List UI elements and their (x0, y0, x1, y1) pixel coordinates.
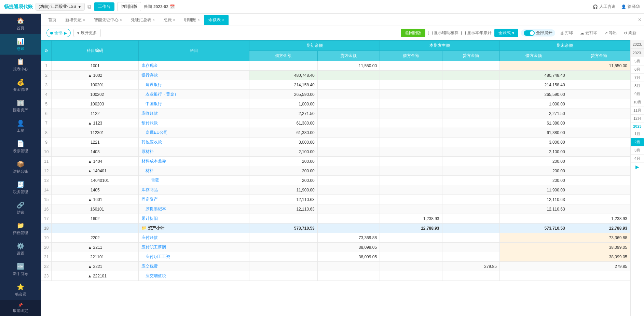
sidebar-item-tax[interactable]: 🧾 税务管理 (0, 177, 41, 198)
account-name[interactable]: 建设银行 (139, 80, 249, 90)
month-11[interactable]: 11月 (631, 106, 644, 115)
tab-smart-voucher[interactable]: 智能凭证中心 × (90, 15, 126, 25)
account-code: 1001 (52, 61, 139, 71)
month-9[interactable]: 9月 (631, 90, 644, 98)
table-container[interactable]: ⚙ 科目编码 科目 期初余额 本期发生额 期末余额 借方金额 贷方金额 借方金额… (41, 40, 630, 316)
tab-voucher-summary[interactable]: 凭证汇总表 × (126, 15, 159, 25)
amount-cell (317, 99, 380, 109)
unpin-button[interactable]: 📌 取消固定 (0, 300, 41, 316)
account-name[interactable]: 应交增值税 (139, 271, 249, 281)
month-8[interactable]: 8月 (631, 82, 644, 90)
sidebar-item-closing[interactable]: 🔗 结账 (0, 198, 41, 218)
account-name[interactable]: 库存现金 (139, 61, 249, 71)
tab-balance-close[interactable]: × (222, 18, 224, 22)
consulting-btn[interactable]: 🎧 人工咨询 (593, 4, 616, 10)
tab-voucher-summary-close[interactable]: × (153, 18, 155, 22)
month-2[interactable]: 2月 (631, 138, 644, 146)
th-settings[interactable]: ⚙ (41, 41, 52, 61)
workbench-button[interactable]: 工作台 (94, 2, 114, 11)
account-name[interactable]: 中国银行 (139, 99, 249, 109)
aux-calc-input[interactable] (428, 31, 433, 35)
account-name[interactable]: 应付职工薪酬 (139, 243, 249, 252)
sidebar-item-invoice[interactable]: 📄 发票管理 (0, 137, 41, 157)
sidebar-item-ledger[interactable]: 📊 总账 (0, 34, 41, 55)
account-name[interactable]: 应付职工工资 (139, 252, 249, 262)
amount-cell: 73,369.88 (317, 233, 380, 243)
account-name[interactable]: 固定资产 (139, 195, 249, 204)
expand-panel-icon[interactable]: ▶ (635, 164, 639, 170)
return-old-version-button[interactable]: 退回旧版 (401, 29, 425, 37)
account-name[interactable]: 农业银行（黄金） (139, 90, 249, 99)
account-name[interactable]: 库存商品 (139, 185, 249, 195)
sidebar-item-assets[interactable]: 🏢 固定资产 (0, 96, 41, 116)
account-name[interactable]: 应付账款 (139, 233, 249, 243)
sidebar-item-funds[interactable]: 💰 资金管理 (0, 75, 41, 96)
tab-home[interactable]: 首页 (44, 15, 61, 25)
account-name[interactable]: 预付账款 (139, 118, 249, 128)
account-name[interactable]: 📁资产小计 (139, 224, 249, 233)
th-current-debit: 借方金额 (380, 51, 442, 61)
account-name[interactable]: 其他应收款 (139, 138, 249, 147)
export-button[interactable]: ↗ 导出 (602, 29, 619, 37)
tab-new-voucher-close[interactable]: × (83, 18, 85, 22)
print-button[interactable]: 🖨 打印 (558, 29, 575, 37)
month-5[interactable]: 5月 (631, 57, 644, 66)
cloud-print-button[interactable]: ☁ 云打印 (578, 29, 600, 37)
account-name[interactable]: 累计折旧 (139, 214, 249, 224)
account-code: 100203 (52, 99, 139, 109)
calendar-icon[interactable]: 📅 (170, 4, 175, 9)
sidebar-item-guide[interactable]: 🆕 新手引导 (0, 259, 41, 280)
tab-new-voucher[interactable]: 新增凭证 × (61, 15, 90, 25)
account-name[interactable]: 银行存款 (139, 71, 249, 80)
tab-detail-ledger-close[interactable]: × (197, 18, 200, 22)
user-profile[interactable]: 👤 徐泽华 (621, 4, 640, 10)
sidebar-item-settings[interactable]: ⚙️ 设置 (0, 239, 41, 259)
month-10[interactable]: 10月 (631, 98, 644, 106)
tab-general-ledger-close[interactable]: × (173, 18, 175, 22)
show-aux-calc-checkbox[interactable]: 显示辅助核算 (428, 30, 458, 36)
account-name[interactable]: 原材料 (139, 147, 249, 157)
account-name[interactable]: 胶提墨记本 (139, 204, 249, 214)
account-name[interactable]: 应收账款 (139, 109, 249, 118)
sidebar-item-reports[interactable]: 📋 报表中心 (0, 55, 41, 75)
account-name[interactable]: 材料 (139, 166, 249, 176)
sidebar-item-payroll[interactable]: 👤 工资 (0, 116, 41, 137)
month-12[interactable]: 12月 (631, 115, 644, 123)
expand-more-button[interactable]: ▾ 展开更多 (73, 29, 101, 37)
tab-detail-ledger[interactable]: 明细账 × (179, 15, 204, 25)
close-all-tabs[interactable]: × (638, 17, 641, 23)
year-acc-input[interactable] (461, 31, 466, 35)
show-year-acc-checkbox[interactable]: 显示本年累计 (461, 30, 492, 36)
refresh-button[interactable]: ↺ 刷新 (622, 29, 639, 37)
full-mode-button[interactable]: 全账式 ▾ (494, 29, 518, 37)
tab-balance[interactable]: 余额表 × (204, 15, 229, 25)
year-2023[interactable]: 2023 (631, 123, 644, 130)
cloud-print-label: 云打印 (585, 30, 598, 36)
month-6[interactable]: 6月 (631, 66, 644, 74)
month-7[interactable]: 7月 (631, 74, 644, 82)
filter-all-button[interactable]: 全部 ▶ (46, 29, 71, 37)
amount-cell (442, 90, 499, 99)
account-name[interactable]: 应交税费 (139, 262, 249, 271)
copy-icon[interactable]: ⧉ (87, 4, 91, 10)
tab-new-voucher-label: 新增凭证 (65, 17, 82, 23)
month-4[interactable]: 4月 (631, 155, 644, 163)
tab-smart-voucher-close[interactable]: × (120, 18, 122, 22)
sidebar-item-home[interactable]: 🏠 首页 (0, 14, 41, 34)
tab-general-ledger[interactable]: 总账 × (159, 15, 180, 25)
account-name[interactable]: 嘉属EU公司 (139, 128, 249, 138)
month-1[interactable]: 1月 (631, 130, 644, 138)
account-name[interactable]: 雷蓝 (139, 176, 249, 185)
company-selector[interactable]: (劝前) 江西股业-LSS ▼ (36, 3, 85, 11)
sidebar-item-inventory[interactable]: 📦 进销台账 (0, 157, 41, 177)
amount-cell (317, 109, 380, 118)
month-3[interactable]: 3月 (631, 146, 644, 155)
right-panel-expand[interactable]: ▶ (631, 163, 644, 171)
switch-version-button[interactable]: 切到旧版 (117, 2, 141, 11)
account-name[interactable]: 材料成本差异 (139, 157, 249, 166)
sidebar-item-archive[interactable]: 📁 归档管理 (0, 218, 41, 239)
expand-all-toggle[interactable]: 全部展开 (521, 29, 555, 37)
toggle-switch[interactable] (524, 30, 535, 36)
sidebar-item-member[interactable]: ⭐ 畅会员 (0, 280, 41, 300)
account-code: ▲ 2221 (52, 262, 139, 271)
